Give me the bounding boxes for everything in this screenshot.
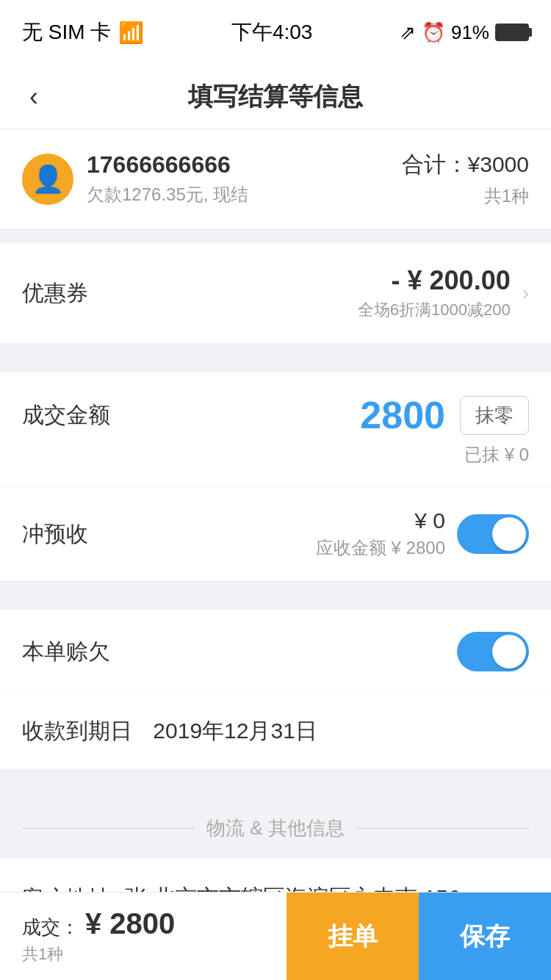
debt-label: 本单赊欠	[22, 637, 110, 667]
amount-right: 2800 抹零	[360, 393, 529, 437]
prepay-value-col: ¥ 0 应收金额 ¥ 2800	[316, 508, 445, 560]
avatar-icon: 👤	[32, 164, 65, 195]
section-divider-1	[0, 358, 551, 372]
transaction-label: 成交金额	[22, 400, 110, 430]
time-text: 下午4:03	[231, 18, 313, 46]
logistics-label: 物流 & 其他信息	[206, 815, 345, 841]
transaction-sub: 已抹 ¥ 0	[22, 443, 529, 466]
bottom-bar: 成交： ¥ 2800 共1种 挂单 保存	[0, 892, 551, 980]
bottom-count: 共1种	[22, 943, 264, 965]
battery-text: 91%	[451, 21, 489, 44]
customer-left: 👤 17666666666 欠款1276.35元, 现结	[22, 151, 248, 206]
avatar: 👤	[22, 154, 73, 205]
carrier-text: 无 SIM 卡	[22, 18, 111, 46]
prepay-right: ¥ 0 应收金额 ¥ 2800	[316, 508, 529, 560]
bottom-amount: 成交： ¥ 2800	[22, 907, 264, 940]
customer-row: 👤 17666666666 欠款1276.35元, 现结 合计：¥3000 共1…	[0, 129, 551, 228]
location-icon: ⇗	[400, 21, 416, 44]
back-button[interactable]: ‹	[22, 74, 46, 120]
section-divider-2	[0, 595, 551, 610]
coupon-card[interactable]: 优惠券 - ¥ 200.00 全场6折满1000减200 ›	[0, 243, 551, 343]
customer-phone: 17666666666	[87, 151, 248, 179]
logistics-header: 物流 & 其他信息	[0, 798, 551, 859]
prepay-toggle[interactable]	[457, 514, 529, 554]
prepay-section: 冲预收 ¥ 0 应收金额 ¥ 2800	[0, 487, 551, 580]
debt-section: 本单赊欠	[0, 610, 551, 693]
customer-card: 👤 17666666666 欠款1276.35元, 现结 合计：¥3000 共1…	[0, 129, 551, 228]
nav-bar: ‹ 填写结算等信息	[0, 65, 551, 129]
bottom-total-value: ¥ 2800	[85, 907, 175, 940]
prepay-value: ¥ 0	[316, 508, 445, 533]
status-right: ⇗ ⏰ 91%	[400, 21, 529, 44]
debt-toggle[interactable]	[457, 632, 529, 671]
transaction-card: 成交金额 2800 抹零 已抹 ¥ 0 冲预收 ¥ 0 应收金额 ¥ 2800	[0, 372, 551, 580]
coupon-sub: 全场6折满1000减200	[358, 299, 511, 321]
coupon-label: 优惠券	[22, 278, 88, 309]
debt-card: 本单赊欠 收款到期日 2019年12月31日	[0, 610, 551, 768]
customer-info: 17666666666 欠款1276.35元, 现结	[87, 151, 248, 206]
coupon-row[interactable]: 优惠券 - ¥ 200.00 全场6折满1000减200 ›	[0, 243, 551, 343]
status-bar: 无 SIM 卡 📶 下午4:03 ⇗ ⏰ 91%	[0, 0, 551, 65]
bottom-label: 成交：	[22, 915, 79, 940]
customer-subinfo: 欠款1276.35元, 现结	[87, 183, 248, 206]
bottom-info: 成交： ¥ 2800 共1种	[0, 893, 287, 980]
customer-count: 共1种	[402, 184, 529, 208]
prepay-row: 冲预收 ¥ 0 应收金额 ¥ 2800	[22, 508, 529, 560]
battery-icon	[495, 24, 529, 41]
amount-section: 成交金额 2800 抹零 已抹 ¥ 0	[0, 372, 551, 487]
wifi-icon: 📶	[118, 21, 144, 45]
prepay-sub: 应收金额 ¥ 2800	[316, 536, 445, 560]
alarm-icon: ⏰	[422, 21, 445, 44]
pending-button[interactable]: 挂单	[287, 893, 419, 980]
divider-line-right	[356, 828, 529, 829]
divider-line-left	[22, 828, 195, 829]
duedate-section: 收款到期日 2019年12月31日	[0, 693, 551, 768]
transaction-amount: 2800	[360, 393, 445, 437]
customer-right: 合计：¥3000 共1种	[402, 150, 529, 208]
status-left: 无 SIM 卡 📶	[22, 18, 144, 46]
coupon-value: - ¥ 200.00	[358, 265, 511, 296]
amount-row: 成交金额 2800 抹零	[22, 393, 529, 437]
page-title: 填写结算等信息	[188, 80, 363, 114]
customer-total: 合计：¥3000	[402, 150, 529, 180]
coupon-right: - ¥ 200.00 全场6折满1000减200 ›	[358, 265, 529, 321]
duedate-label: 收款到期日	[22, 718, 132, 743]
section-divider-3	[0, 783, 551, 798]
prepay-label: 冲预收	[22, 519, 88, 550]
main-content: 👤 17666666666 欠款1276.35元, 现结 合计：¥3000 共1…	[0, 129, 551, 980]
coupon-chevron-icon: ›	[522, 281, 529, 305]
save-button[interactable]: 保存	[419, 893, 551, 980]
round-button[interactable]: 抹零	[460, 396, 529, 435]
duedate-value: 2019年12月31日	[153, 718, 317, 743]
